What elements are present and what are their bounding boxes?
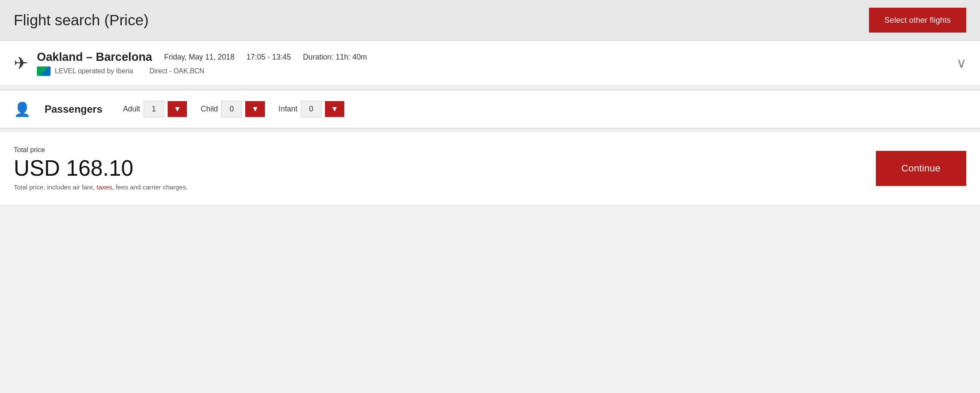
infant-passenger-group: Infant 0 ▼ [279,101,344,117]
price-note-prefix: Total price, includes air fare, [14,183,96,191]
airline-row: LEVEL operated by Iberia Direct - OAK,BC… [37,66,367,76]
flight-date: Friday, May 11, 2018 [164,53,234,62]
passengers-label: Passengers [45,103,102,115]
select-other-flights-button[interactable]: Select other flights [869,8,966,33]
airline-name: LEVEL operated by Iberia [55,67,133,75]
child-value: 0 [221,101,242,117]
infant-dropdown-arrow: ▼ [331,105,338,114]
adult-value: 1 [144,101,164,117]
adult-dropdown-button[interactable]: ▼ [168,101,187,117]
infant-label: Infant [279,105,298,114]
price-amount: USD 168.10 [14,156,188,181]
continue-button[interactable]: Continue [876,151,966,186]
page-title: Flight search (Price) [14,12,149,29]
route-name: Oakland – Barcelona [37,50,152,64]
flight-expand-chevron[interactable]: ∨ [956,55,966,71]
flight-route: Oakland – Barcelona Friday, May 11, 2018… [37,50,367,64]
passengers-section: 👤 Passengers Adult 1 ▼ Child 0 ▼ Infant … [0,89,980,129]
price-note: Total price, includes air fare, taxes, f… [14,183,188,191]
price-section: Total price USD 168.10 Total price, incl… [0,132,980,204]
price-note-suffix: , fees and carrier charges. [112,183,188,191]
flight-duration: Duration: 11h: 40m [303,53,367,62]
flight-info-section: ✈ Oakland – Barcelona Friday, May 11, 20… [0,41,980,86]
page-header: Flight search (Price) Select other fligh… [0,0,980,41]
total-price-label: Total price [14,146,188,154]
child-passenger-group: Child 0 ▼ [201,101,265,117]
price-left: Total price USD 168.10 Total price, incl… [14,146,188,191]
child-dropdown-arrow: ▼ [251,105,259,114]
flight-time: 17:05 - 13:45 [247,53,291,62]
child-dropdown-button[interactable]: ▼ [245,101,265,117]
adult-label: Adult [123,105,140,114]
child-label: Child [201,105,218,114]
infant-value: 0 [301,101,322,117]
person-icon: 👤 [14,101,31,117]
taxes-link[interactable]: taxes [96,183,112,191]
plane-icon: ✈ [14,53,28,73]
infant-dropdown-button[interactable]: ▼ [325,101,344,117]
adult-dropdown-arrow: ▼ [174,105,181,114]
flight-details: Oakland – Barcelona Friday, May 11, 2018… [37,50,367,76]
flight-stops: Direct - OAK,BCN [150,67,204,75]
level-airline-logo [37,66,51,76]
flight-left: ✈ Oakland – Barcelona Friday, May 11, 20… [14,50,367,76]
adult-passenger-group: Adult 1 ▼ [123,101,187,117]
passengers-inner: 👤 Passengers Adult 1 ▼ Child 0 ▼ Infant … [0,89,980,129]
